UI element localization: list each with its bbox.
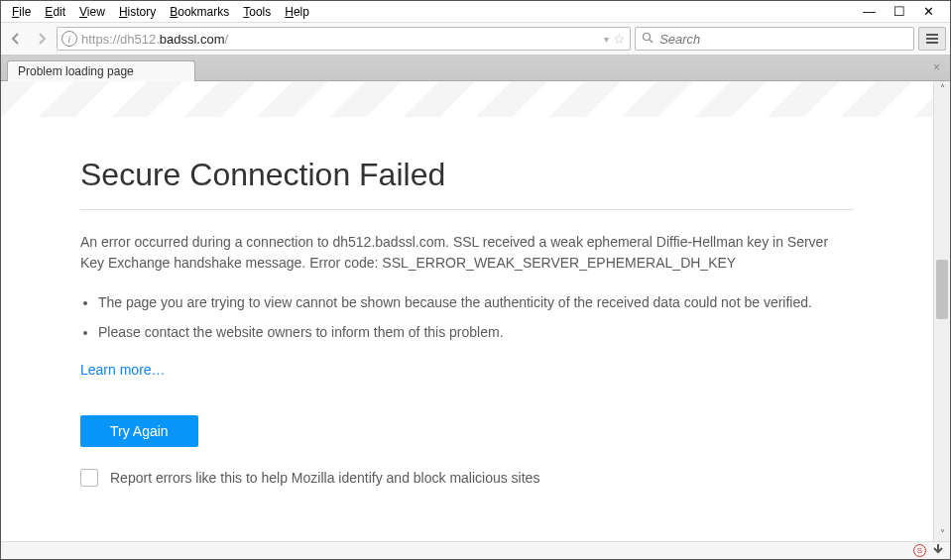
window-controls: — ☐ ✕ [863, 4, 946, 19]
error-description: An error occurred during a connection to… [80, 232, 854, 274]
dropdown-icon[interactable]: ▾ [604, 34, 609, 45]
error-title: Secure Connection Failed [80, 157, 854, 193]
forward-button[interactable] [31, 28, 53, 50]
error-bullet: The page you are trying to view cannot b… [98, 291, 854, 313]
search-bar[interactable] [635, 27, 914, 51]
url-path: / [225, 32, 229, 47]
url-domain: badssl.com [160, 32, 225, 47]
menu-bookmarks[interactable]: Bookmarks [163, 3, 236, 21]
report-checkbox[interactable] [80, 469, 98, 487]
svg-point-0 [644, 33, 651, 40]
menubar: File Edit View History Bookmarks Tools H… [1, 1, 950, 23]
warning-stripe [1, 81, 933, 117]
url-bar[interactable]: i https://dh512.badssl.com/ ▾ ☆ [57, 27, 631, 51]
vertical-scrollbar[interactable]: ˄ ˅ [933, 81, 950, 541]
report-errors-row: Report errors like this to help Mozilla … [80, 469, 854, 487]
noscript-icon[interactable]: S [913, 544, 926, 557]
maximize-button[interactable]: ☐ [893, 4, 905, 19]
report-label: Report errors like this to help Mozilla … [110, 470, 539, 486]
tab-close-icon[interactable]: × [933, 60, 940, 74]
toolbar: i https://dh512.badssl.com/ ▾ ☆ [1, 23, 950, 56]
search-input[interactable] [659, 32, 907, 47]
search-icon [642, 32, 654, 47]
menu-history[interactable]: History [112, 3, 163, 21]
tab-bar: Problem loading page × [1, 56, 950, 81]
minimize-button[interactable]: — [863, 4, 876, 19]
tab-title: Problem loading page [18, 64, 134, 78]
error-bullet: Please contact the website owners to inf… [98, 321, 854, 343]
svg-line-1 [650, 40, 653, 43]
scroll-down-icon[interactable]: ˅ [940, 526, 945, 541]
menu-edit[interactable]: Edit [38, 3, 72, 21]
content-area: Secure Connection Failed An error occurr… [1, 81, 950, 541]
close-window-button[interactable]: ✕ [923, 4, 934, 19]
scroll-track[interactable] [934, 96, 950, 526]
bookmark-star-icon[interactable]: ☆ [613, 31, 626, 47]
url-text: https://dh512.badssl.com/ [81, 32, 600, 47]
menu-file[interactable]: File [5, 3, 38, 21]
learn-more-link[interactable]: Learn more… [80, 362, 166, 378]
download-arrow-icon[interactable] [932, 543, 944, 558]
tab-active[interactable]: Problem loading page [7, 60, 195, 81]
status-bar: S [1, 541, 950, 559]
back-button[interactable] [5, 28, 27, 50]
menu-tools[interactable]: Tools [236, 3, 278, 21]
scroll-up-icon[interactable]: ˄ [940, 81, 945, 96]
site-info-icon[interactable]: i [61, 31, 77, 47]
divider [80, 209, 854, 210]
menu-help[interactable]: Help [278, 3, 316, 21]
url-prefix: https://dh512. [81, 32, 160, 47]
menu-view[interactable]: View [72, 3, 112, 21]
try-again-button[interactable]: Try Again [80, 415, 198, 447]
scroll-thumb[interactable] [936, 260, 948, 319]
error-page: Secure Connection Failed An error occurr… [1, 117, 933, 506]
hamburger-menu[interactable] [918, 27, 946, 51]
error-bullets: The page you are trying to view cannot b… [80, 291, 854, 344]
